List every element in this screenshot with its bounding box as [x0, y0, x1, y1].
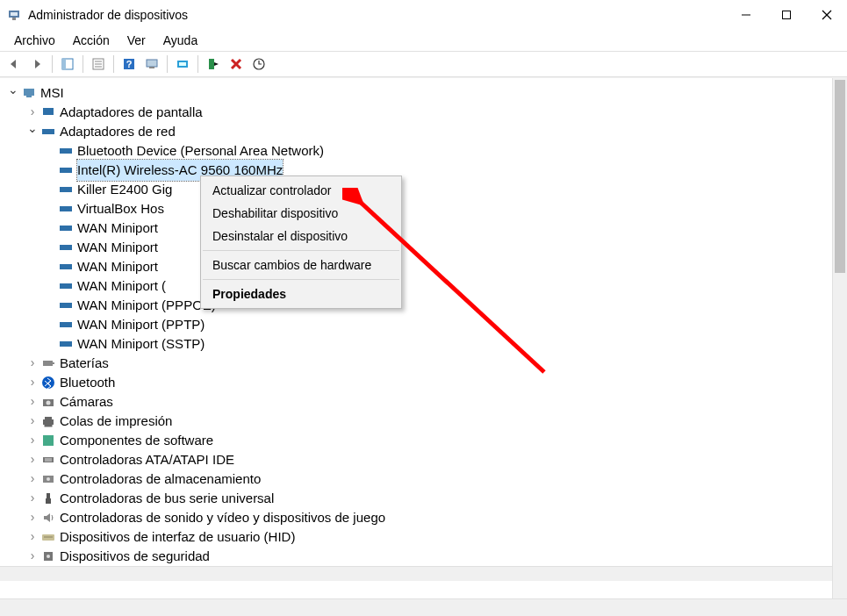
svg-rect-41	[61, 247, 70, 248]
tree-label: Adaptadores de red	[60, 121, 176, 141]
display-adapter-icon	[40, 104, 56, 120]
vertical-scrollbar[interactable]	[832, 78, 847, 598]
tree-label: Bluetooth Device (Personal Area Network)	[77, 140, 324, 161]
tree-label: Controladoras de sonido y vídeo y dispos…	[60, 507, 385, 527]
tree-item-intel-wifi[interactable]: Intel(R) Wireless-AC 9560 160MHz	[7, 161, 847, 180]
scan-hardware-button[interactable]	[141, 54, 162, 75]
expand-arrow-icon[interactable]	[26, 357, 39, 369]
tree-item-wan-sstp[interactable]: WAN Miniport (SSTP)	[7, 334, 847, 354]
network-adapter-icon	[58, 201, 74, 217]
toolbar-separator	[113, 55, 114, 73]
expand-arrow-icon[interactable]	[7, 87, 19, 99]
cm-uninstall-device[interactable]: Desinstalar el dispositivo	[202, 225, 400, 247]
help-button[interactable]: ?	[118, 54, 140, 75]
expand-arrow-icon[interactable]	[26, 396, 39, 408]
scan-changes-button[interactable]	[248, 54, 269, 75]
tree-category-ide[interactable]: Controladoras ATA/ATAPI IDE	[7, 450, 847, 469]
tree-category-hid[interactable]: Dispositivos de interfaz de usuario (HID…	[7, 527, 847, 547]
tree-item-wan2[interactable]: WAN Miniport	[7, 238, 847, 257]
properties-button[interactable]	[88, 54, 109, 75]
minimize-button[interactable]	[726, 0, 766, 30]
tree-category-network[interactable]: Adaptadores de red	[7, 122, 847, 141]
device-tree[interactable]: MSI Adaptadores de pantalla Adaptadores …	[0, 78, 847, 566]
tree-item-killer[interactable]: Killer E2400 Gig	[7, 180, 847, 199]
svg-point-66	[47, 477, 50, 481]
expand-arrow-icon[interactable]	[26, 531, 39, 543]
maximize-button[interactable]	[766, 0, 807, 30]
context-menu: Actualizar controlador Deshabilitar disp…	[200, 175, 402, 309]
network-adapter-icon	[58, 240, 74, 255]
tree-label: WAN Miniport (PPPOE)	[77, 295, 216, 315]
svg-rect-27	[45, 110, 52, 113]
network-adapter-icon	[58, 278, 74, 294]
menu-view[interactable]: Ver	[118, 32, 154, 49]
expand-arrow-icon[interactable]	[26, 106, 39, 118]
cm-separator	[203, 279, 399, 280]
show-hide-tree-button[interactable]	[57, 54, 78, 75]
cm-update-driver[interactable]: Actualizar controlador	[202, 179, 400, 202]
tree-category-security[interactable]: Dispositivos de seguridad	[7, 547, 847, 566]
ide-icon	[40, 452, 56, 468]
tree-item-vbox[interactable]: VirtualBox Hos	[7, 199, 847, 218]
svg-rect-62	[43, 457, 54, 462]
tree-item-wan-pptp[interactable]: WAN Miniport (PPTP)	[7, 315, 847, 334]
tree-category-software[interactable]: Componentes de software	[7, 431, 847, 450]
expand-arrow-icon[interactable]	[26, 492, 39, 505]
menu-action[interactable]: Acción	[64, 32, 118, 49]
tree-category-sound[interactable]: Controladoras de sonido y vídeo y dispos…	[7, 508, 847, 527]
svg-point-56	[47, 401, 51, 405]
tree-category-usb[interactable]: Controladoras de bus serie universal	[7, 489, 847, 508]
cm-properties[interactable]: Propiedades	[202, 283, 400, 305]
menu-file[interactable]: Archivo	[5, 32, 64, 49]
expand-arrow-icon[interactable]	[26, 415, 39, 427]
tree-category-batteries[interactable]: Baterías	[7, 354, 847, 373]
expand-arrow-icon[interactable]	[26, 454, 39, 466]
camera-icon	[40, 394, 56, 410]
network-adapter-icon	[58, 182, 74, 197]
forward-button[interactable]	[26, 54, 47, 75]
tree-label: Controladoras ATA/ATAPI IDE	[60, 449, 234, 469]
back-button[interactable]	[4, 54, 25, 75]
toolbar-separator	[197, 55, 198, 73]
cm-disable-device[interactable]: Deshabilitar dispositivo	[202, 202, 400, 225]
svg-rect-59	[45, 423, 52, 426]
scrollbar-thumb[interactable]	[835, 80, 845, 273]
svg-rect-35	[61, 189, 70, 190]
tree-item-wan1[interactable]: WAN Miniport	[7, 218, 847, 238]
svg-rect-68	[46, 498, 51, 504]
tree-item-wan4[interactable]: WAN Miniport (	[7, 276, 847, 296]
expand-arrow-icon[interactable]	[26, 512, 39, 524]
svg-rect-1	[11, 12, 18, 16]
tree-category-display[interactable]: Adaptadores de pantalla	[7, 103, 847, 122]
expand-arrow-icon[interactable]	[26, 376, 39, 389]
tree-category-cameras[interactable]: Cámaras	[7, 392, 847, 412]
expand-arrow-icon[interactable]	[26, 473, 39, 485]
svg-text:?: ?	[126, 59, 133, 69]
svg-rect-67	[47, 493, 50, 498]
expand-arrow-icon[interactable]	[26, 550, 39, 562]
svg-rect-19	[209, 59, 214, 69]
expand-arrow-icon[interactable]	[26, 434, 39, 447]
tree-item-bt-pan[interactable]: Bluetooth Device (Personal Area Network)	[7, 141, 847, 161]
tree-category-storage[interactable]: Controladoras de almacenamiento	[7, 469, 847, 489]
close-button[interactable]	[807, 0, 847, 30]
network-adapter-icon	[58, 162, 74, 178]
tree-category-print-queues[interactable]: Colas de impresión	[7, 412, 847, 431]
tree-item-wan3[interactable]: WAN Miniport	[7, 257, 847, 276]
horizontal-scrollbar[interactable]	[0, 566, 832, 581]
tree-category-bluetooth[interactable]: Bluetooth	[7, 373, 847, 392]
toolbar-separator	[83, 55, 83, 73]
network-adapter-icon	[58, 143, 74, 159]
uninstall-button[interactable]	[226, 54, 247, 75]
cm-scan-hardware[interactable]: Buscar cambios de hardware	[202, 254, 400, 276]
tree-root[interactable]: MSI	[7, 83, 847, 103]
svg-rect-45	[61, 285, 70, 287]
tree-label: WAN Miniport (SSTP)	[77, 333, 205, 354]
update-driver-button[interactable]	[172, 54, 193, 75]
network-adapter-icon	[58, 297, 74, 313]
expand-arrow-icon[interactable]	[26, 125, 39, 138]
disable-button[interactable]	[203, 54, 224, 75]
tree-item-wan-pppoe[interactable]: WAN Miniport (PPPOE)	[7, 296, 847, 315]
tree-label: Killer E2400 Gig	[77, 179, 172, 199]
menu-help[interactable]: Ayuda	[154, 32, 206, 49]
